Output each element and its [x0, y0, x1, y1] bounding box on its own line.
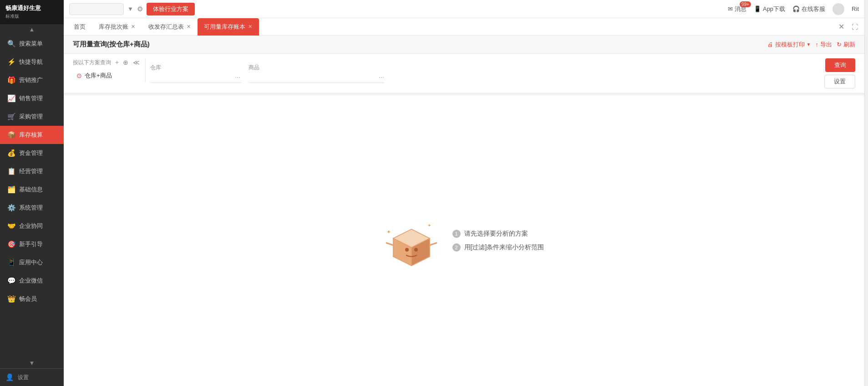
topbar-right: ✉ 消息 99+ 📱 App下载 🎧 在线客服 Rit [728, 3, 859, 15]
sidebar-item-basic[interactable]: 🗂️ 基础信息 [0, 180, 64, 199]
expand-icon[interactable]: ⛶ [849, 22, 861, 31]
sidebar: 畅康通好生意 标准版 ▲ 🔍 搜索菜单 ⚡ 快捷导航 🎁 营销推广 📈 销售管理… [0, 0, 64, 386]
right-scrollbar[interactable] [864, 0, 868, 386]
sidebar-item-label: 企业微信 [19, 277, 43, 285]
export-label: 导出 [820, 41, 832, 49]
product-input[interactable] [249, 74, 376, 81]
svg-text:✦: ✦ [427, 223, 431, 228]
cart-icon: 🛒 [7, 113, 15, 121]
template-print-button[interactable]: 🖨 按模板打印 ▼ [767, 41, 811, 49]
close-icon[interactable]: ✕ [131, 24, 135, 30]
sidebar-item-label: 畅会员 [19, 295, 37, 303]
sidebar-item-cooperation[interactable]: 🤝 企业协同 [0, 217, 64, 235]
filter-scheme-panel: 按以下方案查询 ＋ ⊕ ≪ ⊙ 仓库+商品 [73, 58, 146, 82]
export-button[interactable]: ↑ 导出 [816, 41, 832, 49]
dropdown-arrow-icon[interactable]: ▼ [127, 5, 133, 12]
sidebar-scroll-up[interactable]: ▲ [0, 24, 64, 35]
sidebar-item-sales[interactable]: 📈 销售管理 [0, 89, 64, 108]
product-more-icon[interactable]: ··· [379, 73, 384, 81]
svg-point-5 [414, 248, 418, 252]
sidebar-item-label: 基础信息 [19, 185, 43, 194]
close-icon[interactable]: ✕ [248, 24, 252, 30]
warehouse-more-icon[interactable]: ··· [235, 73, 240, 81]
inventory-icon: 📦 [7, 131, 15, 139]
svg-text:✦: ✦ [386, 229, 391, 235]
sidebar-item-search[interactable]: 🔍 搜索菜单 [0, 35, 64, 53]
printer-icon: 🖨 [767, 41, 773, 48]
sidebar-item-wechat[interactable]: 💬 企业微信 [0, 272, 64, 290]
close-icon[interactable]: ✕ [187, 24, 191, 30]
avatar[interactable] [832, 3, 844, 15]
sidebar-item-shortcut[interactable]: ⚡ 快捷导航 [0, 53, 64, 71]
search-input[interactable] [69, 3, 124, 15]
add-scheme-icon[interactable]: ＋ [114, 58, 120, 67]
tab-available-label: 可用量库存账本 [204, 23, 245, 31]
sidebar-scroll-down[interactable]: ▼ [0, 358, 64, 368]
refresh-icon: ↻ [837, 41, 842, 48]
product-input-row: ··· [249, 73, 384, 83]
message-button[interactable]: ✉ 消息 99+ [728, 5, 746, 13]
empty-step1-text: 请先选择要分析的方案 [464, 230, 528, 238]
scheme-item-icon: ⊙ [76, 72, 82, 79]
empty-illustration: ✦ ✦ · [384, 213, 439, 268]
sidebar-item-member[interactable]: 👑 畅会员 [0, 290, 64, 308]
sidebar-item-inventory[interactable]: 📦 库存核算 [0, 126, 64, 144]
gear-icon: ⚙️ [7, 204, 15, 212]
main-area: ▼ ⚙ 体验行业方案 ✉ 消息 99+ 📱 App下载 🎧 在线客服 Rit 首… [64, 0, 864, 386]
sidebar-item-label: 企业协同 [19, 222, 43, 230]
sidebar-footer[interactable]: 👤 设置 [0, 368, 64, 386]
sidebar-item-label: 经营管理 [19, 167, 43, 175]
page-header: 可用量查询(按仓库+商品) 🖨 按模板打印 ▼ ↑ 导出 ↻ 刷新 [64, 36, 864, 54]
sidebar-item-system[interactable]: ⚙️ 系统管理 [0, 199, 64, 217]
tab-batch[interactable]: 库存批次账 ✕ [92, 18, 142, 36]
tab-summary[interactable]: 收发存汇总表 ✕ [142, 18, 198, 36]
sidebar-item-label: 系统管理 [19, 204, 43, 212]
sidebar-item-operation[interactable]: 📋 经营管理 [0, 162, 64, 180]
sidebar-item-label: 库存核算 [19, 131, 43, 139]
filter-scheme-label: 按以下方案查询 ＋ ⊕ ≪ [73, 58, 140, 67]
filter-scheme-item-label: 仓库+商品 [85, 72, 112, 80]
online-service-button[interactable]: 🎧 在线客服 [792, 5, 825, 13]
warehouse-input-row: ··· [150, 73, 241, 83]
gift-icon: 🎁 [7, 76, 15, 84]
sidebar-item-finance[interactable]: 💰 资金管理 [0, 144, 64, 162]
empty-step-2: 2 用[过滤]条件来缩小分析范围 [452, 243, 544, 252]
message-icon: ✉ [728, 5, 733, 12]
sidebar-item-newbie[interactable]: 🎯 新手引导 [0, 235, 64, 253]
sidebar-item-label: 搜索菜单 [19, 40, 43, 48]
warehouse-input[interactable] [150, 74, 232, 81]
sidebar-item-appcenter[interactable]: 📱 应用中心 [0, 253, 64, 272]
tab-available[interactable]: 可用量库存账本 ✕ [198, 18, 259, 36]
query-button[interactable]: 查询 [825, 58, 855, 72]
dropdown-icon[interactable]: ▼ [807, 42, 811, 47]
sidebar-item-marketing[interactable]: 🎁 营销推广 [0, 71, 64, 89]
crown-icon: 👑 [7, 295, 15, 303]
collapse-icon[interactable]: ≪ [133, 59, 140, 66]
svg-line-6 [386, 243, 393, 245]
topbar: ▼ ⚙ 体验行业方案 ✉ 消息 99+ 📱 App下载 🎧 在线客服 Rit [64, 0, 864, 18]
money-icon: 💰 [7, 149, 15, 157]
page-title: 可用量查询(按仓库+商品) [73, 40, 150, 49]
template-print-label: 按模板打印 [775, 41, 805, 49]
tab-home[interactable]: 首页 [67, 18, 92, 36]
sidebar-item-purchase[interactable]: 🛒 采购管理 [0, 108, 64, 126]
close-all-tabs-button[interactable]: ✕ [836, 21, 847, 32]
refresh-button[interactable]: ↻ 刷新 [837, 41, 855, 49]
sidebar-brand: 畅康通好生意 [5, 5, 58, 12]
export-icon: ↑ [816, 41, 819, 48]
username-label[interactable]: Rit [852, 5, 859, 12]
folder-icon: 🗂️ [7, 185, 15, 194]
phone-icon: 📱 [754, 5, 761, 12]
shortcut-icon: ⚡ [7, 58, 15, 66]
svg-point-4 [405, 248, 409, 252]
column-settings-button[interactable]: 设置 [824, 75, 855, 88]
filter-scheme-item[interactable]: ⊙ 仓库+商品 [73, 69, 140, 82]
scheme-settings-icon[interactable]: ⊕ [123, 59, 128, 66]
settings-icon[interactable]: ⚙ [137, 5, 143, 13]
app-download-button[interactable]: 📱 App下载 [754, 5, 785, 13]
handshake-icon: 🤝 [7, 222, 15, 230]
message-badge: 99+ [740, 1, 751, 7]
service-icon: 🎧 [792, 5, 800, 12]
warehouse-label: 仓库 [150, 64, 241, 72]
industry-solution-button[interactable]: 体验行业方案 [147, 3, 195, 15]
